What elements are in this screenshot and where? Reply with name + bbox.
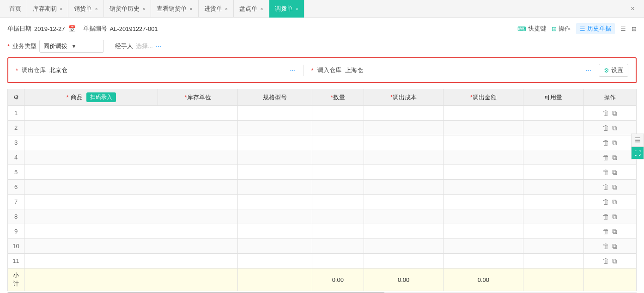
qty-cell[interactable] (312, 195, 364, 209)
available-cell[interactable] (523, 224, 584, 239)
available-cell[interactable] (523, 180, 584, 195)
tab-view-sales[interactable]: 查看销货单 × (151, 0, 198, 18)
cost-cell[interactable] (364, 224, 444, 239)
window-close-button[interactable]: × (625, 5, 640, 13)
tab-sales-history[interactable]: 销货单历史 × (104, 0, 151, 18)
sidebar-list-icon[interactable]: ☰ (631, 134, 644, 146)
copy-icon[interactable]: ⧉ (612, 109, 617, 117)
copy-icon[interactable]: ⧉ (612, 213, 617, 221)
delete-icon[interactable]: 🗑 (602, 198, 609, 206)
available-cell[interactable] (523, 165, 584, 180)
amount-cell[interactable] (444, 150, 523, 165)
amount-cell[interactable] (444, 106, 523, 121)
copy-icon[interactable]: ⧉ (612, 168, 617, 177)
delete-icon[interactable]: 🗑 (602, 183, 609, 191)
cost-cell[interactable] (364, 165, 444, 180)
scan-button[interactable]: 扫码录入 (86, 92, 116, 102)
product-cell[interactable] (24, 180, 238, 195)
shortcut-btn[interactable]: ⌨ 快捷键 (517, 24, 546, 33)
chevron-down-icon[interactable]: ▼ (71, 43, 77, 49)
qty-cell[interactable] (312, 180, 364, 195)
delete-icon[interactable]: 🗑 (602, 213, 609, 220)
warehouse-out-more-btn[interactable]: ··· (290, 66, 296, 74)
available-cell[interactable] (523, 209, 584, 224)
person-more-btn[interactable]: ··· (156, 42, 162, 50)
tab-transfer[interactable]: 调拨单 × (269, 0, 304, 18)
business-type-select[interactable]: 同价调拨 ▼ (39, 40, 104, 53)
amount-cell[interactable] (444, 254, 523, 269)
close-icon[interactable]: × (260, 6, 263, 12)
close-icon[interactable]: × (60, 6, 62, 12)
available-cell[interactable] (523, 121, 584, 135)
th-gear[interactable]: ⚙ (8, 89, 24, 106)
qty-cell[interactable] (312, 224, 364, 239)
qty-cell[interactable] (312, 254, 364, 269)
spec-cell[interactable] (237, 106, 312, 121)
spec-cell[interactable] (237, 195, 312, 209)
cost-cell[interactable] (364, 135, 444, 150)
qty-cell[interactable] (312, 209, 364, 224)
qty-cell[interactable] (312, 239, 364, 254)
calendar-icon[interactable]: 📅 (68, 25, 76, 32)
sidebar-expand-icon[interactable]: ⛶ (631, 146, 644, 159)
delete-icon[interactable]: 🗑 (602, 168, 609, 176)
cost-cell[interactable] (364, 239, 444, 254)
product-cell[interactable] (24, 165, 238, 180)
available-cell[interactable] (523, 106, 584, 121)
copy-icon[interactable]: ⧉ (612, 153, 617, 162)
delete-icon[interactable]: 🗑 (602, 124, 609, 132)
qty-cell[interactable] (312, 150, 364, 165)
cost-cell[interactable] (364, 195, 444, 209)
qty-cell[interactable] (312, 106, 364, 121)
product-cell[interactable] (24, 239, 238, 254)
product-cell[interactable] (24, 121, 238, 135)
cost-cell[interactable] (364, 180, 444, 195)
amount-cell[interactable] (444, 121, 523, 135)
cost-cell[interactable] (364, 121, 444, 135)
spec-cell[interactable] (237, 224, 312, 239)
close-icon[interactable]: × (95, 6, 97, 12)
close-icon[interactable]: × (189, 6, 192, 12)
tab-sales-order[interactable]: 销货单 × (68, 0, 103, 18)
copy-icon[interactable]: ⧉ (612, 242, 617, 250)
available-cell[interactable] (523, 135, 584, 150)
spec-cell[interactable] (237, 121, 312, 135)
cost-cell[interactable] (364, 106, 444, 121)
amount-cell[interactable] (444, 165, 523, 180)
spec-cell[interactable] (237, 254, 312, 269)
spec-cell[interactable] (237, 209, 312, 224)
amount-cell[interactable] (444, 209, 523, 224)
spec-cell[interactable] (237, 150, 312, 165)
amount-cell[interactable] (444, 180, 523, 195)
history-btn[interactable]: ☰ 历史单据 (576, 23, 615, 34)
cost-cell[interactable] (364, 209, 444, 224)
product-cell[interactable] (24, 150, 238, 165)
delete-icon[interactable]: 🗑 (602, 109, 609, 117)
copy-icon[interactable]: ⧉ (612, 257, 617, 265)
qty-cell[interactable] (312, 135, 364, 150)
cost-cell[interactable] (364, 254, 444, 269)
copy-icon[interactable]: ⧉ (612, 198, 617, 206)
copy-icon[interactable]: ⧉ (612, 227, 617, 236)
delete-icon[interactable]: 🗑 (602, 227, 609, 235)
product-cell[interactable] (24, 106, 238, 121)
available-cell[interactable] (523, 150, 584, 165)
tab-home[interactable]: 首页 (4, 0, 27, 18)
available-cell[interactable] (523, 195, 584, 209)
available-cell[interactable] (523, 254, 584, 269)
spec-cell[interactable] (237, 135, 312, 150)
product-cell[interactable] (24, 195, 238, 209)
product-cell[interactable] (24, 224, 238, 239)
close-icon[interactable]: × (225, 6, 228, 12)
spec-cell[interactable] (237, 165, 312, 180)
copy-icon[interactable]: ⧉ (612, 183, 617, 191)
settings-button[interactable]: ⚙ 设置 (599, 64, 628, 77)
qty-cell[interactable] (312, 165, 364, 180)
operation-btn[interactable]: ⊞ 操作 (552, 24, 571, 33)
amount-cell[interactable] (444, 135, 523, 150)
close-icon[interactable]: × (142, 6, 145, 12)
delete-icon[interactable]: 🗑 (602, 139, 609, 146)
warehouse-in-more-btn[interactable]: ··· (585, 66, 591, 74)
close-icon[interactable]: × (296, 6, 298, 12)
layout-btn1[interactable]: ☰ (620, 25, 626, 32)
